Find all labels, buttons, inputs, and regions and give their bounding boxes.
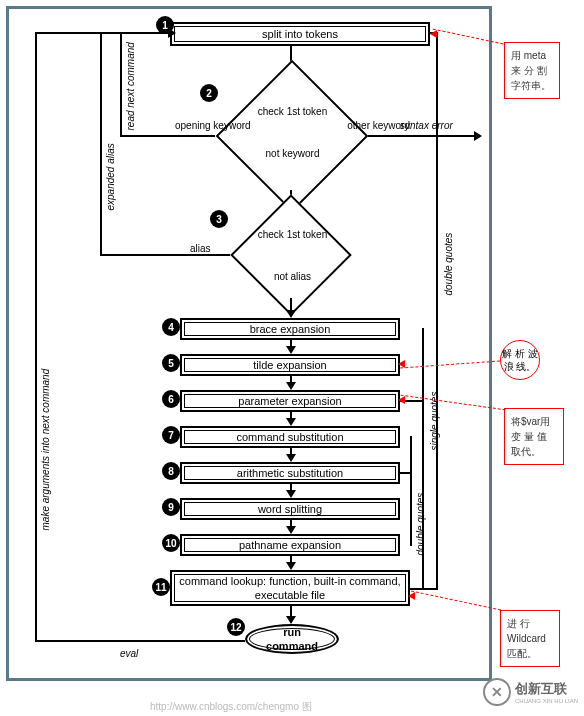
brand-text: 创新互联 CHUANG XIN HU LIAN [515, 680, 578, 704]
dq2-label: double quotes [415, 476, 426, 556]
s7: command substitution [237, 430, 344, 444]
n2t: 解 析 波 浪 线。 [501, 347, 539, 373]
eval-label: eval [120, 648, 138, 659]
step-7-num: 7 [162, 426, 180, 444]
exp-alias-label: expanded alias [105, 131, 116, 211]
s6: parameter expansion [238, 394, 341, 408]
step-1-box: split into tokens [170, 22, 430, 46]
loop-dq-h [410, 588, 438, 590]
step-7-box: command substitution [180, 426, 400, 448]
loop-dq2-v [410, 436, 412, 546]
loop-alias-v [100, 32, 102, 256]
note-1: 用 meta 来 分 割 字符串。 [504, 42, 560, 99]
d2d: not keyword [266, 148, 320, 159]
note-2-arrow [398, 360, 405, 368]
s12a: run [283, 625, 301, 639]
step-4-box: brace expansion [180, 318, 400, 340]
brand-sub: CHUANG XIN HU LIAN [515, 698, 578, 704]
step-2-num: 2 [200, 84, 218, 102]
loop-read-h [120, 135, 215, 137]
s12b: command [266, 639, 318, 653]
step-11-num: 11 [152, 578, 170, 596]
a1112h [286, 616, 296, 624]
s9: word splitting [258, 502, 322, 516]
d2b: opening keyword [175, 119, 251, 133]
sq-label: single quotes [429, 371, 440, 451]
step-6-box: parameter expansion [180, 390, 400, 412]
make-arg-label: make arguments into next command [40, 341, 51, 531]
a89h [286, 490, 296, 498]
loop-dq-v [436, 32, 438, 590]
a910h [286, 526, 296, 534]
step-12-box: run command [245, 624, 339, 654]
step-1-label: split into tokens [262, 27, 338, 41]
note-1-arrow [430, 30, 437, 38]
a45h [286, 346, 296, 354]
step-5-num: 5 [162, 354, 180, 372]
a67h [286, 418, 296, 426]
step-3-num: 3 [210, 210, 228, 228]
d2a: check 1st token [258, 106, 327, 117]
note-2: 解 析 波 浪 线。 [500, 340, 540, 380]
loop-make-v [35, 32, 37, 642]
step-8-num: 8 [162, 462, 180, 480]
s8: arithmetic substitution [237, 466, 343, 480]
loop-make-h2 [35, 32, 170, 34]
step-4-num: 4 [162, 318, 180, 336]
step-6-num: 6 [162, 390, 180, 408]
step-3-text: check 1st token alias not alias [190, 228, 395, 284]
step-5-box: tilde expansion [180, 354, 400, 376]
note-4-arrow [408, 592, 415, 600]
arrow-syntax-error [368, 135, 476, 137]
step-9-box: word splitting [180, 498, 400, 520]
step-9-num: 9 [162, 498, 180, 516]
s4: brace expansion [250, 322, 331, 336]
s10: pathname expansion [239, 538, 341, 552]
step-12-num: 12 [227, 618, 245, 636]
dq-label: double quotes [443, 216, 454, 296]
step-2-text: check 1st token opening keyword other ke… [175, 105, 410, 161]
step-11-box: command lookup: function, built-in comma… [170, 570, 410, 606]
read-next-label: read next command [125, 41, 136, 131]
s5: tilde expansion [253, 358, 326, 372]
watermark-url: http://www.cnblogs.com/chengmo 图 [150, 700, 312, 714]
d3a: check 1st token [258, 229, 327, 240]
step-10-box: pathname expansion [180, 534, 400, 556]
a1011h [286, 562, 296, 570]
step-8-box: arithmetic substitution [180, 462, 400, 484]
arrow-syntax-error-head [474, 131, 482, 141]
a56h [286, 382, 296, 390]
arrow-3-4-head [286, 310, 296, 318]
syntax-error-label: syntax error [400, 120, 453, 131]
loop-alias-h [100, 254, 230, 256]
note-3-arrow [398, 396, 405, 404]
s11: command lookup: function, built-in comma… [175, 574, 405, 603]
a78h [286, 454, 296, 462]
loop-read-v [120, 32, 122, 137]
logo-icon: ✕ [483, 678, 511, 706]
loop-make-h [35, 640, 245, 642]
note-4: 进 行 Wildcard 匹配。 [500, 610, 560, 667]
step-10-num: 10 [162, 534, 180, 552]
brand-name: 创新互联 [515, 680, 578, 698]
d3c: not alias [274, 271, 311, 282]
brand-logo: ✕ 创新互联 CHUANG XIN HU LIAN [483, 678, 578, 706]
note-3: 将$var用 变 量 值 取代。 [504, 408, 564, 465]
